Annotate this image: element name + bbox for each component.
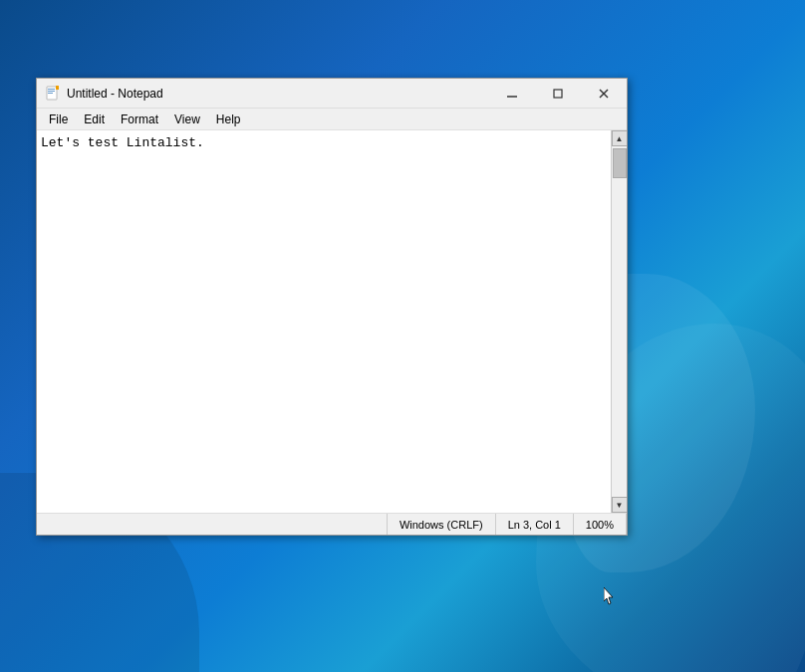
editor-area: Let's test Lintalist. ▲ ▼ bbox=[37, 130, 627, 513]
status-spacer bbox=[37, 514, 388, 535]
menu-edit[interactable]: Edit bbox=[76, 111, 113, 128]
status-line-col: Ln 3, Col 1 bbox=[496, 514, 574, 535]
text-editor[interactable]: Let's test Lintalist. bbox=[37, 130, 611, 513]
menu-bar: File Edit Format View Help bbox=[37, 109, 627, 130]
menu-view[interactable]: View bbox=[166, 111, 208, 128]
svg-rect-3 bbox=[48, 93, 53, 94]
scroll-up-button[interactable]: ▲ bbox=[612, 130, 628, 146]
svg-rect-1 bbox=[48, 89, 55, 90]
title-bar-left: Untitled - Notepad bbox=[45, 86, 163, 102]
menu-help[interactable]: Help bbox=[208, 111, 249, 128]
window-title: Untitled - Notepad bbox=[67, 87, 163, 101]
svg-rect-2 bbox=[48, 91, 55, 92]
scroll-down-button[interactable]: ▼ bbox=[612, 497, 628, 513]
notepad-icon bbox=[45, 86, 61, 102]
svg-rect-7 bbox=[554, 90, 562, 98]
maximize-button[interactable] bbox=[535, 79, 581, 109]
status-zoom: 100% bbox=[574, 514, 627, 535]
title-bar-buttons bbox=[489, 79, 627, 108]
title-bar: Untitled - Notepad bbox=[37, 79, 627, 109]
vertical-scrollbar[interactable]: ▲ ▼ bbox=[611, 130, 627, 513]
minimize-button[interactable] bbox=[489, 79, 535, 109]
status-bar: Windows (CRLF) Ln 3, Col 1 100% bbox=[37, 513, 627, 535]
scroll-track[interactable] bbox=[612, 146, 627, 497]
status-encoding: Windows (CRLF) bbox=[388, 514, 496, 535]
menu-format[interactable]: Format bbox=[113, 111, 166, 128]
scroll-thumb[interactable] bbox=[613, 148, 627, 178]
menu-file[interactable]: File bbox=[41, 111, 76, 128]
notepad-window: Untitled - Notepad File Edi bbox=[36, 78, 628, 536]
close-button[interactable] bbox=[581, 79, 627, 109]
